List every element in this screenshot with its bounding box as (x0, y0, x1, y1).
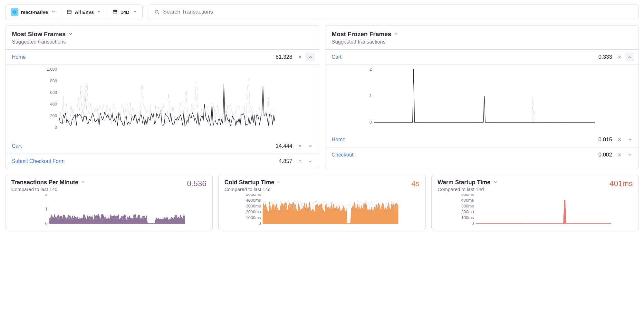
stat-title[interactable]: Warm Startup Time (437, 179, 497, 186)
dismiss-button[interactable] (296, 157, 304, 166)
metric-value: 0.333 (598, 54, 612, 60)
warm-startup-card: Warm Startup Time Compared to last 14d 4… (431, 175, 639, 230)
table-row: Cart 0.333 (325, 50, 639, 65)
svg-text:3000ms: 3000ms (246, 204, 261, 208)
chevron-down-icon (68, 32, 73, 37)
project-selector[interactable]: react-native (5, 5, 61, 19)
stat-value: 4s (411, 179, 419, 188)
collapse-button[interactable] (626, 53, 634, 61)
chevron-down-icon (394, 32, 398, 37)
search-input[interactable] (163, 9, 633, 15)
svg-text:0: 0 (258, 221, 261, 226)
transaction-link[interactable]: Home (332, 137, 346, 143)
card-subtitle: Suggested transactions (332, 39, 632, 45)
chevron-down-icon (97, 9, 101, 15)
window-icon (66, 9, 72, 15)
warm-startup-chart: 0100ms200ms300ms400ms500ms (437, 194, 633, 227)
stat-value: 0.536 (187, 179, 207, 188)
search-bar[interactable] (148, 5, 639, 19)
cold-startup-chart: 01000ms2000ms3000ms4000ms5000ms (225, 194, 420, 227)
svg-text:2000ms: 2000ms (246, 209, 261, 214)
filter-bar: react-native All Envs 14D (5, 5, 143, 19)
react-icon (11, 8, 18, 16)
tpm-card: Transactions Per Minute Compared to last… (5, 175, 213, 230)
transaction-link[interactable]: Submit Checkout Form (12, 158, 65, 164)
svg-text:100ms: 100ms (461, 215, 474, 220)
dismiss-button[interactable] (296, 142, 304, 150)
svg-text:400: 400 (50, 102, 57, 106)
env-selector[interactable]: All Envs (61, 5, 107, 19)
svg-text:400ms: 400ms (461, 198, 474, 203)
stat-subtitle: Compared to last 14d (11, 186, 85, 192)
stat-title[interactable]: Cold Startup Time (225, 179, 282, 186)
dismiss-button[interactable] (615, 136, 624, 144)
card-title-frozen[interactable]: Most Frozen Frames (332, 31, 632, 38)
tpm-chart: 012 (11, 194, 207, 227)
svg-text:200: 200 (50, 113, 57, 118)
dismiss-button[interactable] (615, 53, 624, 61)
period-label: 14D (120, 9, 130, 15)
transaction-link[interactable]: Checkout (332, 152, 354, 158)
metric-value: 81.328 (276, 54, 293, 60)
card-title-slow[interactable]: Most Slow Frames (12, 31, 312, 38)
chevron-down-icon (81, 180, 85, 185)
transaction-link[interactable]: Cart (332, 54, 341, 60)
expand-button[interactable] (626, 136, 634, 144)
table-row: Cart 14.444 (5, 139, 319, 154)
svg-text:1: 1 (370, 93, 372, 98)
svg-text:0: 0 (45, 221, 48, 226)
expand-button[interactable] (306, 157, 314, 166)
table-row: Checkout 0.002 (325, 147, 639, 162)
svg-text:1: 1 (45, 206, 48, 211)
svg-text:0: 0 (370, 120, 372, 125)
collapse-button[interactable] (306, 53, 314, 61)
stat-value: 401ms (610, 179, 633, 188)
calendar-icon (112, 9, 118, 15)
table-row: Home 81.328 (5, 50, 319, 65)
stat-subtitle: Compared to last 14d (437, 186, 497, 192)
svg-text:2: 2 (45, 194, 48, 197)
slow-frames-chart: 02004006008001,000 (5, 65, 319, 139)
svg-text:200ms: 200ms (461, 209, 474, 214)
frozen-frames-chart: 012 (325, 65, 639, 132)
chevron-down-icon (133, 9, 137, 15)
most-slow-frames-card: Most Slow Frames Suggested transactions … (5, 25, 319, 169)
stat-title[interactable]: Transactions Per Minute (11, 179, 85, 186)
transaction-link[interactable]: Home (12, 54, 26, 60)
svg-text:5000ms: 5000ms (246, 194, 261, 197)
project-label: react-native (21, 9, 48, 15)
svg-text:500ms: 500ms (461, 194, 474, 197)
table-row: Home 0.015 (325, 132, 639, 147)
dismiss-button[interactable] (296, 53, 304, 61)
metric-value: 14.444 (276, 143, 293, 149)
chevron-down-icon (277, 180, 281, 185)
metric-value: 4.857 (279, 158, 293, 165)
expand-button[interactable] (626, 151, 634, 159)
metric-value: 0.002 (598, 152, 612, 158)
dismiss-button[interactable] (615, 151, 624, 159)
svg-text:4000ms: 4000ms (246, 198, 261, 203)
most-frozen-frames-card: Most Frozen Frames Suggested transaction… (325, 25, 639, 169)
stat-subtitle: Compared to last 14d (225, 186, 282, 192)
svg-text:0: 0 (55, 125, 57, 130)
chevron-down-icon (51, 9, 56, 15)
svg-text:1,000: 1,000 (47, 67, 57, 72)
metric-value: 0.015 (598, 136, 612, 143)
transaction-link[interactable]: Cart (12, 143, 22, 149)
expand-button[interactable] (306, 142, 314, 150)
svg-text:600: 600 (50, 90, 57, 95)
svg-text:800: 800 (50, 78, 57, 83)
env-label: All Envs (75, 9, 94, 15)
svg-text:300ms: 300ms (461, 204, 474, 208)
chevron-down-icon (493, 180, 497, 185)
svg-text:2: 2 (370, 67, 372, 72)
svg-text:1000ms: 1000ms (246, 215, 261, 220)
svg-text:0: 0 (472, 221, 474, 226)
cold-startup-card: Cold Startup Time Compared to last 14d 4… (218, 175, 426, 230)
period-selector[interactable]: 14D (107, 5, 142, 19)
table-row: Submit Checkout Form 4.857 (5, 154, 319, 169)
search-icon (154, 9, 160, 15)
card-subtitle: Suggested transactions (12, 39, 312, 45)
